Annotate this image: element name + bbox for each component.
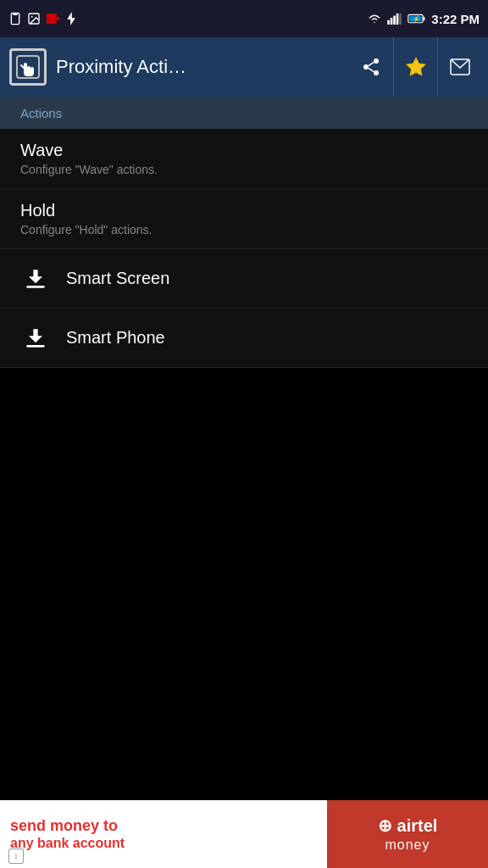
airtel-brand-name: airtel bbox=[397, 816, 438, 836]
svg-rect-9 bbox=[394, 16, 396, 25]
svg-rect-10 bbox=[396, 14, 399, 25]
ad-text-line2: any bank account bbox=[10, 835, 317, 851]
status-bar: ⚡ 3:22 PM bbox=[0, 0, 488, 37]
ad-info-icon: i bbox=[8, 849, 24, 864]
status-bar-right: ⚡ 3:22 PM bbox=[367, 12, 480, 26]
wave-subtitle: Configure "Wave" actions. bbox=[20, 163, 468, 176]
battery-icon: ⚡ bbox=[408, 13, 426, 25]
share-button[interactable] bbox=[349, 37, 393, 97]
svg-line-22 bbox=[369, 68, 374, 71]
svg-rect-11 bbox=[400, 14, 402, 25]
svg-rect-26 bbox=[26, 345, 44, 348]
svg-line-21 bbox=[369, 62, 374, 65]
svg-point-20 bbox=[374, 70, 379, 75]
signal-icon bbox=[387, 13, 402, 25]
svg-line-17 bbox=[21, 65, 24, 68]
download-icon-smart-screen bbox=[20, 264, 51, 294]
wave-list-item[interactable]: Wave Configure "Wave" actions. bbox=[0, 129, 488, 189]
wifi-icon bbox=[367, 13, 382, 25]
lightning-icon bbox=[66, 12, 76, 25]
airtel-product-name: money bbox=[385, 837, 430, 853]
app-icon bbox=[9, 48, 47, 86]
image-icon bbox=[27, 12, 41, 25]
clipboard-icon bbox=[8, 12, 22, 25]
ad-banner[interactable]: send money to any bank account i ⊕ airte… bbox=[0, 800, 488, 868]
hold-list-item[interactable]: Hold Configure "Hold" actions. bbox=[0, 189, 488, 249]
app-icon-container bbox=[7, 46, 49, 88]
svg-point-19 bbox=[363, 64, 369, 70]
svg-text:⚡: ⚡ bbox=[413, 15, 420, 23]
video-icon bbox=[46, 13, 61, 25]
airtel-symbol: ⊕ bbox=[378, 815, 392, 836]
wave-title: Wave bbox=[20, 141, 468, 160]
ad-text-line1: send money to bbox=[10, 817, 317, 836]
svg-marker-6 bbox=[67, 12, 75, 25]
mail-button[interactable] bbox=[437, 37, 481, 97]
ad-right-content: ⊕ airtel money bbox=[327, 800, 488, 868]
svg-point-3 bbox=[31, 16, 33, 18]
app-bar-actions bbox=[349, 37, 481, 97]
svg-point-18 bbox=[374, 58, 379, 64]
smart-screen-item[interactable]: Smart Screen bbox=[0, 249, 488, 309]
svg-rect-25 bbox=[26, 286, 44, 288]
svg-rect-1 bbox=[13, 13, 17, 15]
svg-rect-4 bbox=[47, 14, 57, 24]
status-bar-left-icons bbox=[8, 12, 76, 25]
svg-rect-8 bbox=[391, 18, 393, 25]
empty-content-area bbox=[0, 368, 488, 802]
section-header: Actions bbox=[0, 97, 488, 129]
hold-title: Hold bbox=[20, 201, 468, 220]
smart-phone-title: Smart Phone bbox=[66, 328, 165, 348]
ad-left-content: send money to any bank account i bbox=[0, 800, 327, 868]
svg-marker-23 bbox=[407, 58, 425, 75]
status-time: 3:22 PM bbox=[431, 12, 480, 26]
favorite-button[interactable] bbox=[393, 37, 437, 97]
svg-rect-7 bbox=[388, 20, 391, 25]
download-icon-smart-phone bbox=[20, 323, 51, 353]
svg-rect-13 bbox=[423, 17, 424, 21]
smart-phone-item[interactable]: Smart Phone bbox=[0, 309, 488, 368]
smart-screen-title: Smart Screen bbox=[66, 269, 169, 288]
hold-subtitle: Configure "Hold" actions. bbox=[20, 223, 468, 236]
airtel-logo: ⊕ airtel bbox=[378, 815, 438, 836]
app-bar: Proximity Acti… bbox=[0, 37, 488, 97]
section-header-label: Actions bbox=[20, 106, 62, 120]
app-title: Proximity Acti… bbox=[56, 56, 342, 78]
svg-marker-5 bbox=[57, 16, 61, 21]
